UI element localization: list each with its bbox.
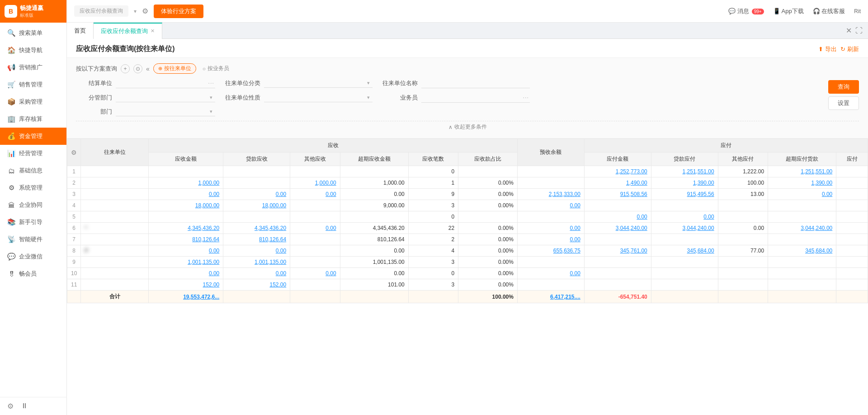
table-wrapper: ⚙ 往来单位 应收 预收余额 应付 应收金额 贷款应收 其他应收 超期应收金额 (67, 138, 868, 415)
sidebar-item-guide[interactable]: 📚 新手引导 (0, 214, 66, 231)
table-row: 11152.00152.00101.0030.00% (67, 279, 868, 291)
tab-receivable-query[interactable]: 应收应付余额查询 ✕ (94, 23, 162, 39)
tab-close-icon[interactable]: ✕ (151, 28, 155, 34)
data-cell[interactable]: 3,044,240.00 (584, 223, 651, 234)
filter-add-btn[interactable]: + (121, 64, 130, 73)
data-cell[interactable]: 0.00 (290, 189, 340, 200)
data-cell[interactable]: 18,000.00 (149, 200, 223, 211)
sidebar-item-search[interactable]: 🔍 搜索菜单 (0, 24, 66, 42)
data-cell[interactable]: 0.00 (290, 223, 340, 234)
data-cell[interactable]: 0.00 (223, 268, 290, 279)
app-download-label[interactable]: 📱 App下载 (773, 7, 804, 15)
refresh-btn[interactable]: ↻ 刷新 (840, 45, 859, 53)
tab-maximize-btn[interactable]: ⛶ (855, 26, 863, 35)
settlement-unit-input[interactable] (116, 78, 206, 88)
tab-close-window-btn[interactable]: ✕ (846, 26, 852, 35)
data-cell[interactable]: 0.00 (517, 223, 584, 234)
data-cell[interactable]: 1,251,551.00 (651, 166, 718, 177)
data-cell[interactable]: 4,345,436.20 (223, 223, 290, 234)
data-cell[interactable]: 3,044,240.00 (768, 223, 836, 234)
data-cell[interactable]: 915,508.56 (584, 189, 651, 200)
data-cell[interactable]: 345,684.00 (768, 245, 836, 257)
data-cell[interactable]: 2,153,333.00 (517, 189, 584, 200)
export-btn[interactable]: ⬆ 导出 (818, 45, 837, 53)
filter-collapse-btn[interactable]: « (146, 65, 150, 72)
data-cell[interactable]: 1,490.00 (584, 177, 651, 189)
data-cell[interactable]: 0.00 (290, 268, 340, 279)
data-cell[interactable]: 655,636.75 (517, 245, 584, 257)
sidebar-item-enterprise[interactable]: 🏛 企业协同 (0, 196, 66, 214)
sidebar-item-marketing[interactable]: 📢 营销推广 (0, 59, 66, 76)
data-cell[interactable]: 1,000.00 (149, 177, 223, 189)
sidebar-item-purchase[interactable]: 📦 采购管理 (0, 93, 66, 110)
sidebar-item-quick-nav[interactable]: 🏠 快捷导航 (0, 42, 66, 59)
partner-name-input[interactable] (421, 78, 530, 88)
sidebar-item-sales[interactable]: 🛒 销售管理 (0, 76, 66, 93)
collapse-more-btn[interactable]: ∧ 收起更多条件 (76, 121, 859, 133)
data-cell[interactable]: 0.00 (517, 200, 584, 211)
data-cell[interactable]: 0.00 (517, 268, 584, 279)
sidebar-item-basic-info[interactable]: 🗂 基础信息 (0, 162, 66, 179)
data-cell: 0.00% (458, 268, 518, 279)
salesperson-dots[interactable]: ··· (523, 94, 528, 102)
data-cell[interactable]: 1,390.00 (768, 177, 836, 189)
data-cell[interactable]: 0.00 (651, 211, 718, 223)
data-cell[interactable]: 18,000.00 (223, 200, 290, 211)
data-cell[interactable]: 0.00 (517, 234, 584, 245)
header-gear-icon[interactable]: ⚙ (142, 7, 148, 15)
data-cell[interactable]: 1,251,551.00 (768, 166, 836, 177)
data-cell[interactable]: 0.00 (149, 189, 223, 200)
sidebar-item-wechat[interactable]: 💬 企业微信 (0, 248, 66, 265)
data-cell[interactable]: 1,001,135.00 (149, 257, 223, 268)
data-cell[interactable]: 810,126.64 (223, 234, 290, 245)
settings-footer-icon[interactable]: ⚙ (7, 402, 14, 410)
footer-prepaid-total: 6,417,215.... (517, 291, 584, 303)
data-cell[interactable]: 915,495.56 (651, 189, 718, 200)
data-cell[interactable]: 0.00 (223, 245, 290, 257)
user-label[interactable]: Rit (854, 8, 861, 14)
data-cell[interactable]: 0.00 (149, 245, 223, 257)
dept-select[interactable]: ▾ (116, 107, 215, 116)
scheme-salesperson[interactable]: ○ 按业务员 (200, 64, 232, 73)
managing-dept-select[interactable]: ▾ (116, 93, 215, 102)
data-cell[interactable]: 3,044,240.00 (651, 223, 718, 234)
tab-home[interactable]: 首页 (67, 23, 94, 39)
sidebar-item-inventory[interactable]: 🏢 库存核算 (0, 110, 66, 128)
data-cell[interactable]: 152.00 (149, 279, 223, 291)
data-cell[interactable]: 1,000.00 (290, 177, 340, 189)
table-gear-btn[interactable]: ⚙ (71, 149, 77, 156)
data-cell[interactable]: 0.00 (149, 268, 223, 279)
data-cell[interactable]: 345,684.00 (651, 245, 718, 257)
data-cell[interactable]: 0.00 (584, 211, 651, 223)
scheme-tag-partner[interactable]: ⊕ 按往来单位 (153, 63, 196, 74)
partner-cell: ^ (81, 223, 149, 234)
sidebar-item-system[interactable]: ⚙ 系统管理 (0, 179, 66, 196)
data-cell[interactable]: 4,345,436.20 (149, 223, 223, 234)
data-cell[interactable]: 345,761.00 (584, 245, 651, 257)
sidebar-item-finance[interactable]: 💰 资金管理 (0, 128, 66, 145)
partner-nature-select[interactable]: ▾ (264, 93, 373, 102)
data-cell[interactable]: 1,001,135.00 (223, 257, 290, 268)
sidebar-item-member[interactable]: 🎖 畅会员 (0, 265, 66, 282)
sidebar-item-operation[interactable]: 📊 经营管理 (0, 145, 66, 162)
data-cell[interactable]: 152.00 (223, 279, 290, 291)
messages-label[interactable]: 💬 消息 99+ (728, 7, 764, 15)
online-service-label[interactable]: 🎧 在线客服 (813, 7, 845, 15)
filter-scheme-btn[interactable]: ⊙ (133, 64, 142, 73)
filter-settings-btn[interactable]: 设置 (828, 96, 859, 110)
data-cell[interactable]: 0.00 (223, 189, 290, 200)
header-chevron-icon[interactable]: ▾ (134, 8, 137, 14)
query-btn[interactable]: 查询 (828, 80, 859, 94)
data-cell[interactable]: 0.00 (768, 189, 836, 200)
partner-category-select[interactable]: ▾ (264, 79, 373, 88)
data-cell[interactable]: 1,390.00 (651, 177, 718, 189)
data-cell (768, 268, 836, 279)
data-cell[interactable]: 810,126.64 (149, 234, 223, 245)
collapse-footer-icon[interactable]: ⏸ (21, 402, 28, 410)
footer-empty9 (836, 291, 868, 303)
trial-btn[interactable]: 体验行业方案 (154, 5, 203, 18)
data-cell[interactable]: 1,252,773.00 (584, 166, 651, 177)
settlement-unit-dots[interactable]: ··· (208, 79, 214, 87)
salesperson-input[interactable] (421, 93, 521, 102)
sidebar-item-hardware[interactable]: 📡 智能硬件 (0, 231, 66, 248)
